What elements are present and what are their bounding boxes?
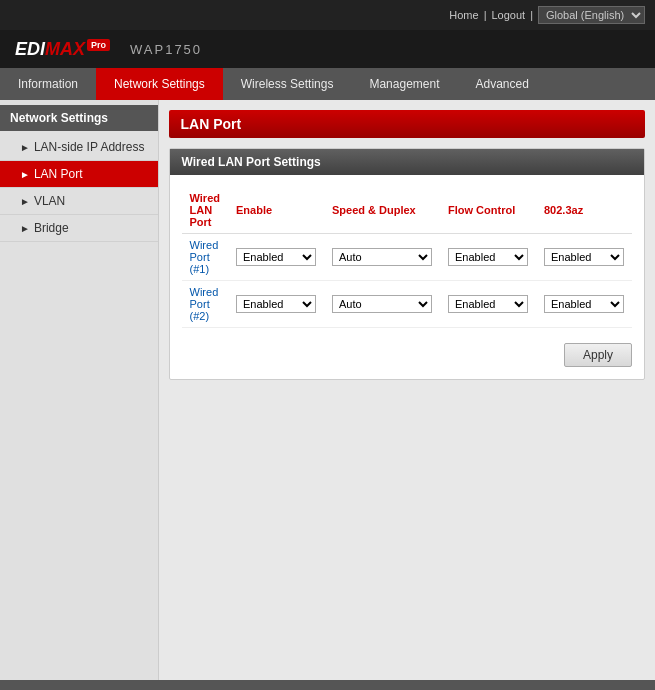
sidebar-item-lan-ip[interactable]: ► LAN-side IP Address [0,134,158,161]
arrow-icon-bridge: ► [20,223,30,234]
port-1-enable-cell: Enabled Disabled [228,234,324,281]
logo-edi: EDI [15,39,45,60]
nav-information[interactable]: Information [0,68,96,100]
col-header-enable: Enable [228,187,324,234]
sidebar-item-bridge[interactable]: ► Bridge [0,215,158,242]
port-2-az-select[interactable]: Enabled Disabled [544,295,624,313]
nav-network-settings[interactable]: Network Settings [96,68,223,100]
port-1-az-select[interactable]: Enabled Disabled [544,248,624,266]
table-header-row: Wired LAN Port Enable Speed & Duplex Flo… [182,187,632,234]
sidebar-item-label-active: LAN Port [34,167,83,181]
nav-management[interactable]: Management [351,68,457,100]
logout-link[interactable]: Logout [491,9,525,21]
nav-advanced[interactable]: Advanced [457,68,546,100]
sidebar-item-vlan[interactable]: ► VLAN [0,188,158,215]
port-2-az-cell: Enabled Disabled [536,281,632,328]
port-2-flow-select[interactable]: Enabled Disabled [448,295,528,313]
logo-max: MAX [45,39,85,60]
port-2-enable-select[interactable]: Enabled Disabled [236,295,316,313]
section-body: Wired LAN Port Enable Speed & Duplex Flo… [170,175,644,379]
sep2: | [530,9,533,21]
port-1-speed-cell: Auto 10M Half 10M Full 100M Half 100M Fu… [324,234,440,281]
port-1-flow-cell: Enabled Disabled [440,234,536,281]
arrow-icon-active: ► [20,169,30,180]
col-header-flow: Flow Control [440,187,536,234]
section-title: Wired LAN Port Settings [170,149,644,175]
port-1-flow-select[interactable]: Enabled Disabled [448,248,528,266]
apply-button[interactable]: Apply [564,343,632,367]
content-area: LAN Port Wired LAN Port Settings Wired L… [159,100,655,680]
language-select[interactable]: Global (English) Chinese German French [538,6,645,24]
port-1-enable-select[interactable]: Enabled Disabled [236,248,316,266]
sidebar-item-label-vlan: VLAN [34,194,65,208]
port-1-label: Wired Port (#1) [182,234,228,281]
logo-pro: Pro [87,39,110,51]
nav-bar: Information Network Settings Wireless Se… [0,68,655,100]
header-bar: Home | Logout | Global (English) Chinese… [0,0,655,30]
sidebar-item-label: LAN-side IP Address [34,140,145,154]
table-row: Wired Port (#1) Enabled Disabled Auto [182,234,632,281]
footer: Copyright 2014 © EDIMAX Technology Co., … [0,680,655,690]
home-link[interactable]: Home [449,9,478,21]
col-header-speed: Speed & Duplex [324,187,440,234]
device-name: WAP1750 [130,42,202,57]
arrow-icon: ► [20,142,30,153]
port-2-speed-cell: Auto 10M Half 10M Full 100M Half 100M Fu… [324,281,440,328]
logo-bar: EDIMAX Pro WAP1750 [0,30,655,68]
arrow-icon-vlan: ► [20,196,30,207]
table-row: Wired Port (#2) Enabled Disabled Auto [182,281,632,328]
port-1-speed-select[interactable]: Auto 10M Half 10M Full 100M Half 100M Fu… [332,248,432,266]
section-box: Wired LAN Port Settings Wired LAN Port E… [169,148,645,380]
logo: EDIMAX Pro [15,39,110,60]
sidebar-title: Network Settings [0,105,158,131]
port-2-label: Wired Port (#2) [182,281,228,328]
sidebar-item-lan-port[interactable]: ► LAN Port [0,161,158,188]
port-2-enable-cell: Enabled Disabled [228,281,324,328]
sidebar-item-label-bridge: Bridge [34,221,69,235]
nav-wireless-settings[interactable]: Wireless Settings [223,68,352,100]
apply-btn-row: Apply [182,343,632,367]
port-2-flow-cell: Enabled Disabled [440,281,536,328]
settings-table: Wired LAN Port Enable Speed & Duplex Flo… [182,187,632,328]
col-header-port: Wired LAN Port [182,187,228,234]
port-1-az-cell: Enabled Disabled [536,234,632,281]
sep1: | [484,9,487,21]
page-title: LAN Port [169,110,645,138]
main-layout: Network Settings ► LAN-side IP Address ►… [0,100,655,680]
col-header-az: 802.3az [536,187,632,234]
port-2-speed-select[interactable]: Auto 10M Half 10M Full 100M Half 100M Fu… [332,295,432,313]
sidebar: Network Settings ► LAN-side IP Address ►… [0,100,159,680]
